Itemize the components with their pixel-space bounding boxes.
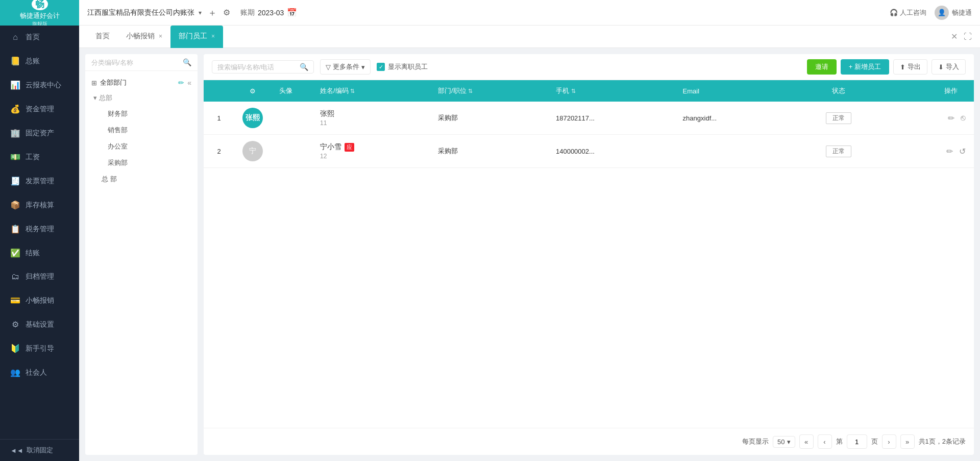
- cell-avatar-2: 宁: [234, 135, 271, 168]
- import-button[interactable]: ⬇ 导入: [932, 59, 966, 75]
- headset-icon: 🎧: [890, 9, 898, 16]
- col-name-label: 姓名/编码: [320, 87, 349, 94]
- col-settings[interactable]: ⚙: [234, 80, 271, 102]
- next-page-button[interactable]: ›: [882, 434, 896, 449]
- invite-button[interactable]: 邀请: [807, 59, 837, 75]
- avatar: 👤: [935, 6, 949, 20]
- page-size-label: 每页显示: [742, 437, 769, 446]
- add-employee-label: + 新增员工: [849, 62, 881, 71]
- tab-bar-actions: ✕ ⛶: [951, 32, 972, 41]
- tab-home[interactable]: 首页: [87, 26, 118, 48]
- sidebar-item-invoice[interactable]: 🧾 发票管理: [0, 169, 79, 193]
- all-dept-header[interactable]: ⊞ 全部部门 ✏ «: [85, 75, 198, 90]
- employee-search-icon[interactable]: 🔍: [300, 63, 308, 71]
- support-button[interactable]: 🎧 人工咨询: [890, 8, 926, 17]
- export-button[interactable]: ⬆ 导出: [893, 59, 927, 75]
- tab-department-close[interactable]: ×: [211, 33, 215, 40]
- col-status: 状态: [791, 80, 887, 102]
- sidebar-item-archive[interactable]: 🗂 归档管理: [0, 265, 79, 288]
- export-icon: ⬆: [900, 63, 905, 71]
- page-size-select[interactable]: 50 ▾: [773, 436, 795, 448]
- sidebar-item-ledger[interactable]: 📒 总账: [0, 49, 79, 73]
- expense-icon: 💳: [10, 296, 20, 305]
- cell-name-1: 张熙 11: [312, 102, 430, 135]
- calendar-icon[interactable]: 📅: [287, 8, 297, 17]
- dept-tree-panel: 🔍 ⊞ 全部部门 ✏ « ▾ 总部 财务部 销售部 办公室 采: [85, 54, 198, 455]
- filter-label: 更多条件: [333, 62, 359, 71]
- sidebar-item-guide[interactable]: 🔰 新手引导: [0, 336, 79, 360]
- page-input[interactable]: [847, 434, 867, 449]
- dept-item-general[interactable]: 总 部: [85, 171, 198, 187]
- dept-search-icon[interactable]: 🔍: [183, 58, 191, 66]
- sidebar-item-expense[interactable]: 💳 小畅报销: [0, 288, 79, 312]
- add-employee-button[interactable]: + 新增员工: [841, 59, 889, 75]
- employee-search-input[interactable]: [217, 63, 297, 71]
- tab-expense-label: 小畅报销: [126, 32, 155, 41]
- export-label: 导出: [908, 62, 921, 71]
- sidebar-label-settings: 基础设置: [26, 320, 54, 329]
- sidebar-label-expense: 小畅报销: [26, 296, 54, 305]
- pin-icon: ◄◄: [10, 447, 23, 454]
- cell-name-1-empty: [271, 102, 312, 135]
- dept-search-area: 🔍: [85, 54, 198, 71]
- dept-edit-icon[interactable]: ✏: [178, 79, 184, 87]
- dept-item-purchase[interactable]: 采购部: [85, 155, 198, 171]
- user-area[interactable]: 👤 畅捷通: [935, 6, 972, 20]
- delete-icon-2[interactable]: ↺: [959, 147, 966, 156]
- cell-index-2: 2: [204, 135, 234, 168]
- status-badge-1: 正常: [826, 112, 851, 124]
- edit-icon-2[interactable]: ✏: [946, 147, 953, 156]
- sidebar-item-settle[interactable]: ✅ 结账: [0, 241, 79, 265]
- company-selector[interactable]: 江西服宝精品有限责任公司内账张 ▾: [87, 8, 202, 17]
- sidebar-item-salary[interactable]: 💵 工资: [0, 145, 79, 169]
- sidebar-item-partner[interactable]: 👥 社会人: [0, 360, 79, 384]
- last-page-button[interactable]: »: [900, 434, 915, 449]
- expand-icon[interactable]: ⛶: [964, 32, 972, 41]
- edit-icon-1[interactable]: ✏: [948, 113, 954, 123]
- col-index: [204, 80, 234, 102]
- invite-label: 邀请: [815, 63, 828, 70]
- page-di-label: 第: [836, 437, 843, 446]
- filter-button[interactable]: ▽ 更多条件 ▾: [320, 59, 371, 75]
- cell-avatar-1: 张熙: [234, 102, 271, 135]
- sidebar-item-inventory[interactable]: 📦 库存核算: [0, 193, 79, 217]
- sidebar-item-tax[interactable]: 📋 税务管理: [0, 217, 79, 241]
- pagination: 每页显示 50 ▾ « ‹ 第 页 ›: [204, 428, 974, 455]
- grid-icon: ⊞: [91, 79, 97, 87]
- add-tab-button[interactable]: ＋: [208, 7, 217, 19]
- page-content: 🔍 ⊞ 全部部门 ✏ « ▾ 总部 财务部 销售部 办公室 采: [79, 48, 980, 461]
- sidebar-item-capital[interactable]: 💰 资金管理: [0, 97, 79, 121]
- sidebar-item-home[interactable]: ⌂ 首页: [0, 26, 79, 49]
- col-avatar: 头像: [271, 80, 312, 102]
- tab-expense-close[interactable]: ×: [159, 33, 162, 40]
- dept-item-office[interactable]: 办公室: [85, 138, 198, 155]
- unpin-button[interactable]: ◄◄ 取消固定: [0, 439, 79, 461]
- capital-icon: 💰: [10, 104, 20, 114]
- dept-item-finance[interactable]: 财务部: [85, 106, 198, 122]
- dept-search-input[interactable]: [91, 59, 180, 66]
- sidebar-item-assets[interactable]: 🏢 固定资产: [0, 121, 79, 145]
- dept-item-sales[interactable]: 销售部: [85, 122, 198, 138]
- import-icon: ⬇: [938, 63, 944, 71]
- first-page-button[interactable]: «: [799, 434, 814, 449]
- close-tab-icon[interactable]: ✕: [951, 32, 958, 41]
- sidebar-item-settings[interactable]: ⚙ 基础设置: [0, 312, 79, 336]
- tab-expense[interactable]: 小畅报销 ×: [118, 26, 170, 48]
- col-name[interactable]: 姓名/编码 ⇅: [312, 80, 430, 102]
- dept-collapse-icon[interactable]: «: [187, 79, 191, 87]
- cell-index-1: 1: [204, 102, 234, 135]
- employee-toolbar: 🔍 ▽ 更多条件 ▾ ✓ 显示离职员工 邀请: [204, 54, 974, 80]
- cell-email-1: zhangxidf...: [675, 102, 791, 135]
- show-resigned-checkbox[interactable]: ✓: [377, 63, 385, 71]
- page-size-value: 50: [777, 438, 785, 446]
- logout-icon-1[interactable]: ⎋: [961, 113, 966, 123]
- col-phone[interactable]: 手机 ⇅: [548, 80, 675, 102]
- col-dept[interactable]: 部门/职位 ⇅: [430, 80, 548, 102]
- sidebar-item-reports[interactable]: 📊 云报表中心: [0, 73, 79, 97]
- prev-page-button[interactable]: ‹: [818, 434, 832, 449]
- sidebar-label-invoice: 发票管理: [26, 177, 54, 186]
- assets-icon: 🏢: [10, 128, 20, 138]
- settings-icon[interactable]: ⚙: [223, 8, 230, 17]
- tab-department[interactable]: 部门员工 ×: [170, 26, 223, 48]
- filter-chevron-icon: ▾: [361, 63, 365, 71]
